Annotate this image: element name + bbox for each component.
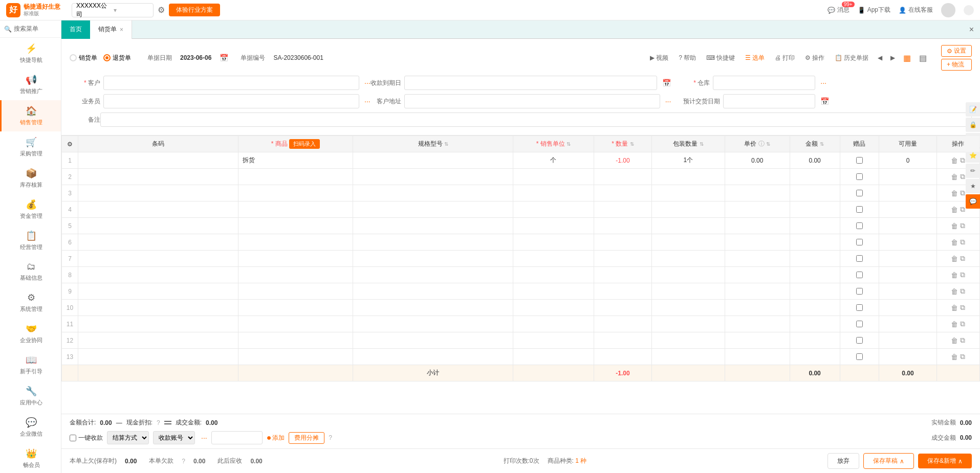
cell-spec[interactable] [353,251,513,267]
cell-amount[interactable] [790,251,840,267]
customer-addr-input[interactable] [404,94,660,108]
gift-checkbox[interactable] [856,353,863,360]
account-select[interactable]: 收款账号 [153,431,195,444]
spec-input[interactable] [357,304,509,311]
logistics-button[interactable]: + 物流 [941,59,972,71]
cell-spec[interactable] [353,169,513,185]
gift-checkbox[interactable] [856,321,863,327]
cell-qty[interactable] [594,267,651,283]
cell-barcode[interactable] [78,316,238,332]
cell-qty[interactable] [594,234,651,251]
save-new-button[interactable]: 保存&新增 ∧ [918,454,972,468]
sidebar-item-inventory[interactable]: 📦 库存核算 [0,163,61,194]
spec-input[interactable] [357,190,509,197]
cell-product[interactable] [238,234,353,251]
delete-icon[interactable]: 🗑 [951,222,958,230]
delete-icon[interactable]: 🗑 [951,189,958,197]
barcode-input[interactable] [82,321,234,328]
barcode-input[interactable] [82,272,234,279]
cell-price[interactable]: 0.00 [725,152,790,169]
copy-icon[interactable]: ⧉ [960,238,965,246]
cell-pkg-qty[interactable] [651,234,725,251]
cell-spec[interactable] [353,152,513,169]
cell-qty[interactable] [594,283,651,300]
cell-barcode[interactable] [78,283,238,300]
cell-barcode[interactable] [78,169,238,185]
tab-home[interactable]: 首页 [61,20,90,39]
cell-amount[interactable] [790,267,840,283]
calendar-icon[interactable]: 📅 [220,54,228,62]
cell-spec[interactable] [353,316,513,332]
cell-amount[interactable] [790,332,840,349]
delete-icon[interactable]: 🗑 [951,271,958,279]
expense-help-icon[interactable]: ? [329,434,332,441]
copy-icon[interactable]: ⧉ [960,156,965,165]
copy-icon[interactable]: ⧉ [960,320,965,328]
sidebar-item-guide[interactable]: 📖 新手引导 [0,349,61,380]
cell-barcode[interactable] [78,185,238,201]
scan-btn[interactable]: 扫码录入 [289,139,320,149]
cell-barcode[interactable] [78,349,238,365]
cell-unit[interactable] [513,267,594,283]
one-key-pay-checkbox[interactable] [70,435,76,441]
amount-input[interactable] [211,431,263,444]
cell-qty[interactable] [594,332,651,349]
cell-qty[interactable] [594,251,651,267]
spec-input[interactable] [357,321,509,328]
sidebar-item-finance[interactable]: 💰 资金管理 [0,194,61,225]
cell-unit[interactable] [513,332,594,349]
cell-spec[interactable] [353,300,513,316]
print-btn[interactable]: 🖨 打印 [772,53,798,63]
delete-icon[interactable]: 🗑 [951,173,958,181]
cell-price[interactable] [725,332,790,349]
payment-due-input[interactable] [404,76,658,90]
copy-icon[interactable]: ⧉ [960,221,965,230]
cell-price[interactable] [725,251,790,267]
sidebar-item-member[interactable]: 👑 畅会员 [0,443,61,473]
cell-pkg-qty[interactable]: 1个 [651,152,725,169]
sidebar-item-coop[interactable]: 🤝 企业协同 [0,318,61,349]
th-settings[interactable]: ⚙ [62,136,78,152]
salesman-dots-btn[interactable]: ··· [364,97,371,105]
copy-icon[interactable]: ⧉ [960,205,965,214]
cell-pkg-qty[interactable] [651,218,725,234]
cell-pkg-qty[interactable] [651,201,725,218]
cell-barcode[interactable] [78,234,238,251]
cell-price[interactable] [725,201,790,218]
sidebar-item-system[interactable]: ⚙ 系统管理 [0,287,61,318]
cell-price[interactable] [725,300,790,316]
cell-product[interactable] [238,267,353,283]
tab-close-icon[interactable]: × [120,26,123,33]
cell-price[interactable] [725,267,790,283]
cell-product[interactable] [238,316,353,332]
cell-amount[interactable] [790,349,840,365]
copy-icon[interactable]: ⧉ [960,189,965,197]
cell-product[interactable]: 拆货 [238,152,353,169]
cell-spec[interactable] [353,185,513,201]
delete-icon[interactable]: 🗑 [951,255,958,263]
tab-sales-order[interactable]: 销货单 × [90,20,132,39]
cell-spec[interactable] [353,234,513,251]
gift-checkbox[interactable] [856,255,863,262]
spec-input[interactable] [357,272,509,279]
barcode-input[interactable] [82,173,234,181]
cash-discount-info-icon[interactable]: ? [157,419,160,426]
cell-product[interactable] [238,218,353,234]
cell-amount[interactable] [790,283,840,300]
sidebar-item-basic[interactable]: 🗂 基础信息 [0,256,61,287]
gift-checkbox[interactable] [856,272,863,278]
cell-qty[interactable] [594,349,651,365]
help-btn[interactable]: ? 帮助 [676,53,699,63]
barcode-input[interactable] [82,190,234,197]
owe-info-icon[interactable]: ? [182,458,185,465]
cell-amount[interactable] [790,316,840,332]
list-view-btn[interactable]: ▤ [917,53,929,63]
salesman-input[interactable] [103,94,359,108]
barcode-input[interactable] [82,353,234,361]
copy-icon[interactable]: ⧉ [960,303,965,312]
cell-amount[interactable] [790,185,840,201]
gift-checkbox[interactable] [856,173,863,180]
gift-checkbox[interactable] [856,222,863,229]
cell-unit[interactable] [513,218,594,234]
message-button[interactable]: 💬 消息 99+ [827,6,850,14]
